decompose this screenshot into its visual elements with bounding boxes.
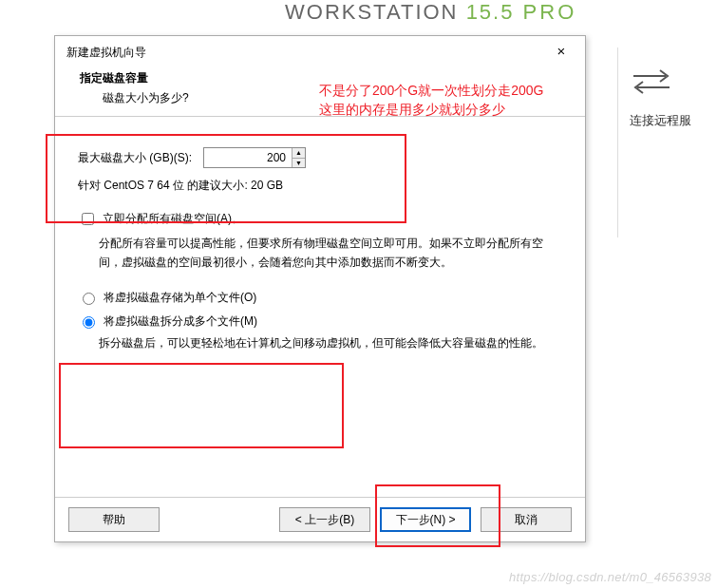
dialog-subheading: 磁盘大小为多少? (80, 86, 566, 106)
disk-size-spinner[interactable]: ▲ ▼ (203, 147, 306, 168)
recommended-size-text: 针对 CentOS 7 64 位 的建议大小: 20 GB (78, 178, 562, 194)
allocate-now-checkbox[interactable] (82, 213, 94, 225)
help-button[interactable]: 帮助 (68, 507, 160, 532)
close-button[interactable]: × (547, 44, 575, 61)
spin-down-icon[interactable]: ▼ (292, 159, 305, 168)
button-bar: 帮助 < 上一步(B) 下一步(N) > 取消 (55, 497, 585, 541)
allocate-now-description: 分配所有容量可以提高性能，但要求所有物理磁盘空间立即可用。如果不立即分配所有空间… (78, 232, 562, 282)
watermark-text: https://blog.csdn.net/m0_46563938 (509, 570, 711, 584)
dialog-heading: 指定磁盘容量 (80, 70, 566, 86)
allocate-now-label: 立即分配所有磁盘空间(A)。 (103, 211, 243, 227)
side-panel: 连接远程服 (617, 47, 717, 237)
new-vm-wizard-dialog: 新建虚拟机向导 × 指定磁盘容量 磁盘大小为多少? 最大磁盘大小 (GB)(S)… (54, 35, 586, 542)
app-title: WORKSTATION 15.5 PRO (285, 0, 576, 25)
store-single-label: 将虚拟磁盘存储为单个文件(O) (104, 290, 256, 306)
disk-size-input[interactable] (204, 148, 292, 167)
cancel-button[interactable]: 取消 (481, 507, 572, 532)
connect-remote-label[interactable]: 连接远程服 (630, 112, 717, 129)
connect-remote-icon[interactable] (630, 66, 673, 97)
back-button[interactable]: < 上一步(B) (279, 507, 370, 532)
store-multi-label: 将虚拟磁盘拆分成多个文件(M) (104, 313, 257, 330)
dialog-title: 新建虚拟机向导 (66, 45, 547, 61)
store-single-radio[interactable] (83, 293, 95, 305)
store-multi-radio[interactable] (83, 316, 95, 329)
store-multi-description: 拆分磁盘后，可以更轻松地在计算机之间移动虚拟机，但可能会降低大容量磁盘的性能。 (78, 332, 562, 362)
next-button[interactable]: 下一步(N) > (380, 507, 471, 532)
spin-up-icon[interactable]: ▲ (292, 148, 305, 159)
dialog-header: 指定磁盘容量 磁盘大小为多少? (55, 66, 585, 117)
disk-size-label: 最大磁盘大小 (GB)(S): (78, 150, 192, 166)
